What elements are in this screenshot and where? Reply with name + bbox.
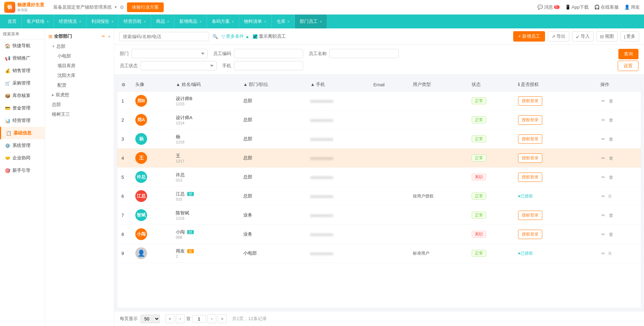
tab-profit[interactable]: 利润报告 × xyxy=(87,15,119,28)
close-tab-new-goods[interactable]: × xyxy=(199,19,201,24)
delete-icon[interactable]: 🗑 xyxy=(609,175,613,180)
tab-journey[interactable]: 经营历程 × xyxy=(119,15,151,28)
auth-login-button[interactable]: 授权登录 xyxy=(518,153,542,163)
col-name[interactable]: ▲ 姓名/编码 xyxy=(172,78,239,91)
col-dept[interactable]: ▲ 部门/职位 xyxy=(239,78,306,91)
edit-icon[interactable]: ✏ xyxy=(601,194,605,199)
auth-login-button[interactable]: 授权登录 xyxy=(518,96,542,106)
copy-icon[interactable]: ⎘ xyxy=(609,194,611,199)
dropdown-icon[interactable]: ▾ xyxy=(115,5,117,10)
show-retired-toggle[interactable]: 显示离职员工 xyxy=(253,33,286,39)
delete-icon[interactable]: 🗑 xyxy=(609,98,613,104)
import-button[interactable]: ↙ 导入 xyxy=(572,31,593,42)
user-avatar[interactable]: 👤 用友 xyxy=(624,4,640,10)
col-settings[interactable]: ⚙ xyxy=(117,78,131,91)
close-tab-bom[interactable]: × xyxy=(264,19,266,24)
col-phone[interactable]: ▲ 手机 xyxy=(306,78,369,91)
prev-page-button[interactable]: ‹ xyxy=(176,314,185,323)
emp-name-input[interactable] xyxy=(329,49,399,58)
phone-input[interactable] xyxy=(234,61,303,70)
delete-icon[interactable]: 🗑 xyxy=(609,232,613,237)
edit-icon[interactable]: ✏ xyxy=(601,232,605,237)
export-button[interactable]: ↗ 导出 xyxy=(548,31,569,42)
sidebar-item-finance[interactable]: 💳 资金管理 xyxy=(0,102,45,114)
try-plan-button[interactable]: 体验行业方案 xyxy=(127,2,164,12)
sidebar-item-sales[interactable]: 💰 销售管理 xyxy=(0,64,45,77)
tab-warehouse[interactable]: 仓库 × xyxy=(272,15,295,28)
first-page-button[interactable]: « xyxy=(165,314,174,323)
dept-node-shuanghu[interactable]: ▶ 双虎想 xyxy=(45,90,114,100)
close-tab-customer[interactable]: × xyxy=(47,19,49,24)
close-tab-business[interactable]: × xyxy=(79,19,81,24)
dept-node-peihuo[interactable]: 配货 xyxy=(45,80,114,90)
delete-icon[interactable]: 🗑 xyxy=(609,117,613,123)
tab-barcode[interactable]: 条码方案 × xyxy=(207,15,239,28)
more-actions-button[interactable]: | 更多 xyxy=(620,31,639,42)
tab-goods[interactable]: 商品 × xyxy=(151,15,174,28)
sidebar-item-system[interactable]: ⚙️ 系统管理 xyxy=(0,139,45,152)
copy-icon[interactable]: ⎘ xyxy=(609,251,611,256)
show-retired-checkbox[interactable] xyxy=(253,34,257,39)
add-employee-button[interactable]: + 新增员工 xyxy=(513,31,545,42)
delete-icon[interactable]: 🗑 xyxy=(609,136,613,142)
sidebar-item-purchase[interactable]: 🛒 采购管理 xyxy=(0,77,45,89)
view-button[interactable]: ⊟ 视图 xyxy=(596,31,618,42)
emp-code-input[interactable] xyxy=(234,49,303,58)
delete-icon[interactable]: 🗑 xyxy=(609,213,613,218)
tab-business[interactable]: 经营情况 × xyxy=(54,15,86,28)
edit-icon[interactable]: ✏ xyxy=(601,156,605,161)
query-button[interactable]: 查询 xyxy=(618,49,638,59)
edit-icon[interactable]: ✏ xyxy=(601,98,605,104)
sidebar-item-quick-nav[interactable]: 🏠 快捷导航 xyxy=(0,39,45,52)
edit-icon[interactable]: ✏ xyxy=(601,117,605,123)
edit-icon[interactable]: ✏ xyxy=(601,175,605,180)
edit-icon[interactable]: ✏ xyxy=(601,213,605,218)
auth-login-button[interactable]: 授权登录 xyxy=(518,115,542,125)
delete-icon[interactable]: 🗑 xyxy=(609,156,613,161)
dept-collapse-icon[interactable]: « xyxy=(108,34,110,39)
online-service-button[interactable]: 🎧 在线客服 xyxy=(594,4,619,10)
close-tab-profit[interactable]: × xyxy=(111,19,114,24)
sidebar-item-business-mgmt[interactable]: 📊 经营管理 xyxy=(0,114,45,127)
emp-status-select[interactable] xyxy=(140,61,217,70)
dept-node-project[interactable]: 项目库房 xyxy=(45,61,114,71)
dept-node-xiaodiandu[interactable]: 小电部 xyxy=(45,51,114,61)
close-tab-employees[interactable]: × xyxy=(320,19,322,24)
close-tab-barcode[interactable]: × xyxy=(232,19,234,24)
dept-node-zongbu-parent[interactable]: ▼ 总部 xyxy=(45,42,114,51)
dept-node-zongbu2[interactable]: 总部 xyxy=(45,100,114,109)
page-size-select[interactable]: 50 10 20 100 xyxy=(140,315,160,323)
close-tab-goods[interactable]: × xyxy=(167,19,169,24)
sidebar-item-basic-info[interactable]: 📋 基础信息 xyxy=(0,127,45,139)
last-page-button[interactable]: » xyxy=(218,314,227,323)
sidebar-item-guide[interactable]: 🎯 新手引导 xyxy=(0,164,45,177)
sidebar-item-collab[interactable]: 🤝 企业协同 xyxy=(0,152,45,164)
auth-login-button[interactable]: 授权登录 xyxy=(518,173,542,182)
auth-login-button[interactable]: 授权登录 xyxy=(518,211,542,220)
sidebar-item-inventory[interactable]: 📦 库存核算 xyxy=(0,89,45,102)
sidebar-search-input[interactable] xyxy=(3,32,45,36)
next-page-button[interactable]: › xyxy=(207,314,216,323)
dept-edit-icon[interactable]: ✏ xyxy=(102,34,105,39)
dept-filter-select[interactable] xyxy=(131,49,208,58)
auth-login-button[interactable]: 授权登录 xyxy=(518,134,542,144)
tab-bom[interactable]: 物料清单 × xyxy=(239,15,271,28)
close-tab-journey[interactable]: × xyxy=(144,19,146,24)
sidebar-item-marketing[interactable]: 📢 营销推广 xyxy=(0,52,45,64)
tab-home[interactable]: 首页 xyxy=(3,15,22,28)
auth-login-button[interactable]: 授权登录 xyxy=(518,230,542,239)
set-button[interactable]: 设置 xyxy=(618,61,638,71)
edit-icon[interactable]: ✏ xyxy=(601,251,605,256)
edit-icon[interactable]: ✏ xyxy=(601,136,605,142)
settings-icon[interactable]: ⚙ xyxy=(120,5,124,10)
dept-node-zhishu[interactable]: 植树王三 xyxy=(45,109,114,119)
tab-new-goods[interactable]: 新增商品 × xyxy=(174,15,207,28)
close-tab-warehouse[interactable]: × xyxy=(288,19,290,24)
tab-customer[interactable]: 客户联络 × xyxy=(22,15,54,28)
search-input[interactable] xyxy=(119,32,209,41)
search-button[interactable]: 🔍 xyxy=(212,34,218,39)
tab-employees[interactable]: 部门员工 × xyxy=(295,15,327,28)
page-number-input[interactable] xyxy=(192,315,206,323)
app-download-button[interactable]: 📱 App下载 xyxy=(565,4,589,10)
message-button[interactable]: 💬 消息 5 xyxy=(537,4,560,10)
